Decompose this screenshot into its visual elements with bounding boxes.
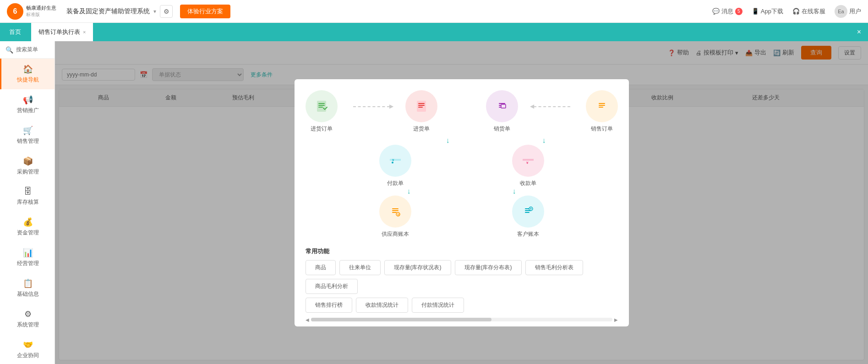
tab-bar: 首页 销售订单执行表 × ×	[0, 23, 868, 41]
arrow-pay-down: ↓	[393, 187, 425, 196]
sidebar-item-sales[interactable]: 🛒 销售管理	[0, 120, 55, 151]
btn-product[interactable]: 商品	[306, 260, 336, 275]
svg-rect-6	[390, 159, 401, 161]
sidebar-label-operation: 经营管理	[17, 260, 39, 267]
message-badge: 5	[735, 8, 742, 15]
title-dropdown-arrow[interactable]: ▾	[153, 8, 156, 15]
svg-text:¥: ¥	[392, 158, 394, 162]
phone-icon: 📱	[752, 8, 759, 15]
svg-rect-1	[417, 101, 426, 112]
scroll-left-arrow[interactable]: ◀	[306, 317, 309, 322]
app-download-button[interactable]: 📱 App下载	[752, 7, 783, 16]
trial-button[interactable]: 体验行业方案	[180, 5, 230, 18]
sidebar-label-marketing: 营销推广	[17, 107, 39, 114]
btn-product-margin[interactable]: 商品毛利分析	[306, 279, 358, 294]
modal-scrollbar: ◀ ▶	[306, 317, 618, 322]
sales-order-icon	[586, 90, 618, 122]
svg-rect-0	[317, 101, 326, 112]
common-buttons-row2: 销售排行榜 收款情况统计 付款情况统计	[306, 298, 618, 313]
user-name-label: 用户	[849, 7, 861, 16]
user-menu[interactable]: Ea 用户	[835, 5, 861, 18]
payment-label: 付款单	[387, 179, 404, 187]
scrollbar-track[interactable]	[311, 318, 612, 321]
flow-item-supplier-account[interactable]: 账 供应商账本	[379, 196, 411, 238]
home-icon: 🏠	[23, 64, 33, 74]
flow-row-middle: ¥ 付款单 ¥	[379, 145, 544, 187]
tab-bar-close-button[interactable]: ×	[857, 23, 868, 41]
logo-sub-text: 标准版	[26, 11, 56, 18]
receipt-icon: ¥	[512, 145, 544, 177]
purchase-bill-label: 进货单	[413, 125, 430, 133]
sales-icon: 🛒	[23, 125, 33, 136]
common-buttons-row1: 商品 往来单位 现存量(库存状况表) 现存量(库存分布表) 销售毛利分析表 商品…	[306, 260, 618, 294]
flow-item-receipt[interactable]: ¥ 收款单	[512, 145, 544, 187]
message-label: 消息	[721, 7, 733, 16]
system-title-area: 装备及固定资产辅助管理系统 ▾ ⚙ 体验行业方案	[66, 5, 712, 18]
btn-receipt-stats[interactable]: 收款情况统计	[356, 298, 408, 313]
btn-partner[interactable]: 往来单位	[339, 260, 381, 275]
common-functions-title: 常用功能	[306, 247, 618, 255]
flow-item-sales-bill[interactable]: 销货单	[486, 90, 518, 133]
message-button[interactable]: 💬 消息 5	[712, 7, 742, 16]
btn-sales-ranking[interactable]: 销售排行榜	[306, 298, 352, 313]
flow-item-payment[interactable]: ¥ 付款单	[379, 145, 411, 187]
purchase-order-icon	[306, 90, 338, 122]
svg-rect-3	[501, 104, 506, 108]
purchase-order-label: 进货订单	[311, 125, 333, 133]
sidebar-label-basic: 基础信息	[17, 290, 39, 298]
btn-sales-margin[interactable]: 销售毛利分析表	[525, 260, 583, 275]
flow-item-customer-account[interactable]: 客户账本	[512, 196, 544, 238]
sidebar-item-operation[interactable]: 📊 经营管理	[0, 242, 55, 273]
search-menu-button[interactable]: 🔍 搜索菜单	[0, 41, 55, 59]
marketing-icon: 📢	[23, 95, 33, 105]
flow-row-top: 进货订单	[306, 90, 618, 133]
sidebar-item-marketing[interactable]: 📢 营销推广	[0, 89, 55, 120]
tab-home[interactable]: 首页	[0, 23, 30, 41]
sidebar-item-enterprise[interactable]: 🤝 企业协同	[0, 334, 55, 364]
arrow-rec-down: ↓	[498, 187, 530, 196]
svg-text:账: 账	[397, 213, 400, 216]
modal-overlay[interactable]: 进货订单	[55, 41, 868, 364]
sidebar-item-purchase[interactable]: 📦 采购管理	[0, 151, 55, 181]
v-spacer	[478, 136, 514, 145]
supplier-account-label: 供应商账本	[382, 230, 409, 238]
sidebar-item-inventory[interactable]: 🗄 库存核算	[0, 181, 55, 212]
search-menu-label: 搜索菜单	[16, 46, 38, 54]
online-service-button[interactable]: 🎧 在线客服	[792, 7, 825, 16]
btn-stock-status[interactable]: 现存量(库存状况表)	[384, 260, 451, 275]
content-area: ❓ 帮助 🖨 按模板打印 ▾ 📤 导出 🔄 刷新 查询 设置 📅	[55, 41, 868, 364]
svg-rect-4	[597, 101, 606, 112]
tab-sales-order-label: 销售订单执行表	[38, 28, 80, 36]
operation-icon: 📊	[23, 248, 33, 258]
arrow-po-to-pb	[351, 106, 392, 107]
settings-button[interactable]: ⚙	[160, 5, 173, 18]
payment-icon: ¥	[379, 145, 411, 177]
sidebar-item-basic[interactable]: 📋 基础信息	[0, 273, 55, 304]
v-spacer2	[425, 187, 498, 196]
btn-stock-dist[interactable]: 现存量(库存分布表)	[455, 260, 522, 275]
flow-modal: 进货订单	[295, 79, 629, 326]
flow-item-sales-order[interactable]: 销售订单	[586, 90, 618, 133]
scroll-right-arrow[interactable]: ▶	[614, 317, 618, 322]
arrow-so-to-sb: ◀	[532, 106, 572, 107]
purchase-bill-icon	[405, 90, 437, 122]
system-icon: ⚙	[24, 309, 32, 319]
sidebar-item-system[interactable]: ⚙ 系统管理	[0, 304, 55, 334]
sidebar: 🔍 搜索菜单 🏠 快捷导航 📢 营销推广 🛒 销售管理 📦 采购管理 🗄 库存核…	[0, 41, 55, 364]
supplier-account-icon: 账	[379, 196, 411, 228]
svg-text:¥: ¥	[526, 161, 529, 165]
tab-close-icon[interactable]: ×	[83, 29, 86, 35]
sidebar-item-quick-nav[interactable]: 🏠 快捷导航	[0, 59, 55, 89]
flow-item-purchase-order[interactable]: 进货订单	[306, 90, 338, 133]
arrow-sb-down: ↓	[528, 136, 560, 145]
sidebar-label-inventory: 库存核算	[17, 198, 39, 206]
sidebar-label-finance: 资金管理	[17, 229, 39, 237]
flow-item-purchase-bill[interactable]: 进货单	[405, 90, 437, 133]
flow-row-bottom: 账 供应商账本	[379, 196, 544, 238]
receipt-label: 收款单	[520, 179, 536, 187]
sidebar-item-finance[interactable]: 💰 资金管理	[0, 212, 55, 242]
btn-payment-stats[interactable]: 付款情况统计	[412, 298, 464, 313]
sales-bill-label: 销货单	[494, 125, 510, 133]
tab-sales-order[interactable]: 销售订单执行表 ×	[31, 23, 93, 41]
enterprise-icon: 🤝	[23, 340, 33, 350]
